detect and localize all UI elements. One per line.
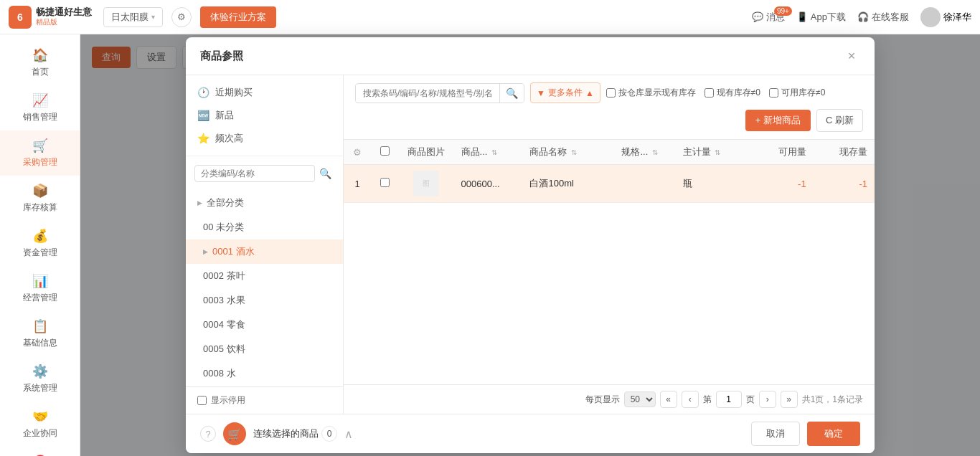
cart-icon[interactable]: 🛒 [223, 422, 246, 445]
product-search-button[interactable]: 🔍 [499, 84, 524, 103]
page-number-input[interactable] [716, 391, 742, 408]
help-icon[interactable]: ? [200, 426, 216, 442]
col-spec-header[interactable]: 规格... ⇅ [614, 140, 675, 165]
cart-label: 连续选择的商品 0 [253, 426, 337, 442]
recent-items-section: 🕐 近期购买 🆕 新品 ⭐ 频次高 [186, 75, 343, 156]
cat-liquor[interactable]: ▶ 0001 酒水 [186, 239, 343, 264]
select-all-checkbox[interactable] [380, 146, 390, 156]
confirm-button[interactable]: 确定 [807, 422, 860, 446]
sidebar-item-sales[interactable]: 📈 销售管理 [0, 85, 80, 130]
refresh-button[interactable]: C 刷新 [816, 109, 863, 132]
col-stock-label: 现存量 [839, 146, 867, 157]
table-settings-icon[interactable]: ⚙ [353, 147, 362, 158]
cat-all[interactable]: ▶ 全部分类 [186, 191, 343, 215]
logo-sub: 精品版 [36, 17, 92, 27]
sidebar-item-collab[interactable]: 🤝 企业协同 [0, 402, 80, 447]
checkbox-avail[interactable] [769, 88, 778, 98]
operations-icon: 📊 [32, 273, 48, 289]
cat-tea[interactable]: 0002 茶叶 [186, 264, 343, 288]
col-name-header[interactable]: 商品名称 ⇅ [522, 140, 614, 165]
cat-tea-label: 0002 茶叶 [203, 270, 245, 282]
new-product-item[interactable]: 🆕 新品 [186, 104, 343, 127]
checkbox-stock-label[interactable]: 现有库存≠0 [705, 87, 760, 99]
cat-snack[interactable]: 0004 零食 [186, 313, 343, 337]
category-search-button[interactable]: 🔍 [319, 168, 331, 179]
collapse-footer-icon[interactable]: ∧ [344, 427, 353, 441]
modal-title: 商品参照 [200, 49, 243, 63]
sidebar-label-system: 系统管理 [23, 382, 57, 394]
col-code-header[interactable]: 商品... ⇅ [454, 140, 523, 165]
main-layout: 🏠 首页 📈 销售管理 🛒 采购管理 📦 库存核算 💰 资金管理 📊 经营管理 … [0, 34, 980, 456]
col-avail-header[interactable]: 可用量 [737, 140, 814, 165]
modal-overlay: 商品参照 × 🕐 近期购买 🆕 [80, 34, 980, 456]
pagination-bar: 每页显示 50 « ‹ 第 页 › » 共1页，1条记录 [344, 384, 875, 414]
sidebar-item-home[interactable]: 🏠 首页 [0, 40, 80, 85]
page-first-button[interactable]: « [660, 391, 677, 408]
cat-unclassified[interactable]: 00 未分类 [186, 215, 343, 239]
phone-icon: 📱 [796, 11, 808, 22]
cancel-button[interactable]: 取消 [751, 422, 800, 446]
col-img-header: 商品图片 [399, 140, 454, 165]
category-search-input[interactable] [194, 165, 315, 182]
expand-arrow-liquor-icon: ▶ [203, 248, 208, 255]
product-search-input[interactable] [356, 85, 499, 102]
online-service-item[interactable]: 🎧 在线客服 [857, 11, 909, 24]
checkbox-stock-text: 现有库存≠0 [717, 87, 760, 99]
sidebar-item-inventory[interactable]: 📦 库存核算 [0, 176, 80, 221]
sales-icon: 📈 [32, 92, 48, 108]
experience-button[interactable]: 体验行业方案 [200, 6, 276, 28]
cat-water[interactable]: 0008 水 [186, 361, 343, 386]
sidebar-item-operations[interactable]: 📊 经营管理 [0, 266, 80, 311]
page-next-button[interactable]: › [759, 391, 776, 408]
avatar-area[interactable]: 徐泽华 [920, 7, 971, 27]
checkbox-warehouse-label[interactable]: 按仓库显示现有库存 [606, 87, 696, 99]
add-product-button[interactable]: + 新增商品 [745, 110, 811, 131]
per-page-select[interactable]: 50 [624, 391, 656, 407]
more-filter-button[interactable]: ▼ 更多条件 ▲ [530, 82, 600, 103]
sidebar-label-finance: 资金管理 [23, 247, 57, 259]
sidebar-label-sales: 销售管理 [23, 111, 57, 123]
new-product-label: 新品 [215, 109, 234, 122]
cat-beverage[interactable]: 0005 饮料 [186, 337, 343, 361]
checkbox-avail-label[interactable]: 可用库存≠0 [769, 87, 825, 99]
checkbox-warehouse[interactable] [606, 88, 616, 98]
cat-all-label: 全部分类 [207, 196, 244, 209]
sidebar-item-purchase[interactable]: 🛒 采购管理 [0, 130, 80, 176]
recent-buy-icon: 🕐 [197, 87, 209, 98]
home-icon: 🏠 [32, 47, 48, 63]
sidebar-item-basic-info[interactable]: 📋 基础信息 [0, 311, 80, 356]
avatar [920, 7, 941, 27]
message-item[interactable]: 💬 消息 99+ [752, 11, 785, 24]
filter-options: 按仓库显示现有库存 现有库存≠0 可用库存≠0 [606, 87, 826, 99]
page-last-button[interactable]: » [781, 391, 798, 408]
sidebar-item-finance[interactable]: 💰 资金管理 [0, 221, 80, 266]
recent-buy-item[interactable]: 🕐 近期购买 [186, 81, 343, 104]
table-row[interactable]: 1 图 000600... 白酒100ml [344, 165, 875, 203]
system-icon: ⚙️ [32, 364, 48, 379]
col-checkbox-header [371, 140, 398, 165]
sidebar-label-home: 首页 [32, 66, 49, 78]
page-prev-button[interactable]: ‹ [682, 391, 699, 408]
gear-icon[interactable]: ⚙ [171, 7, 192, 27]
checkbox-avail-text: 可用库存≠0 [781, 87, 825, 99]
product-search-box: 🔍 [355, 83, 524, 103]
row-select-checkbox[interactable] [380, 178, 390, 187]
modal-close-button[interactable]: × [843, 47, 860, 65]
show-disabled-checkbox[interactable] [197, 396, 207, 405]
product-table-container: ⚙ 商品图片 [344, 140, 875, 384]
high-frequency-item[interactable]: ⭐ 频次高 [186, 127, 343, 150]
cat-beverage-label: 0005 饮料 [203, 343, 245, 356]
product-reference-modal: 商品参照 × 🕐 近期购买 🆕 [186, 37, 875, 453]
sidebar-item-guide[interactable]: 🎯 新手引导 [0, 447, 80, 456]
checkbox-stock[interactable] [705, 88, 714, 98]
cat-fruit[interactable]: 0003 水果 [186, 288, 343, 313]
col-unit-header[interactable]: 主计量 ⇅ [676, 140, 737, 165]
logo-text-block: 畅捷通好生意 精品版 [36, 6, 92, 28]
sidebar-item-system[interactable]: ⚙️ 系统管理 [0, 356, 80, 402]
col-stock-header[interactable]: 现存量 [814, 140, 875, 165]
online-service-label: 在线客服 [872, 11, 909, 24]
app-download-item[interactable]: 📱 App下载 [796, 11, 846, 24]
finance-icon: 💰 [32, 228, 48, 244]
nav-selector[interactable]: 日太阳膜 ▾ [103, 7, 163, 27]
col-avail-label: 可用量 [778, 146, 806, 157]
